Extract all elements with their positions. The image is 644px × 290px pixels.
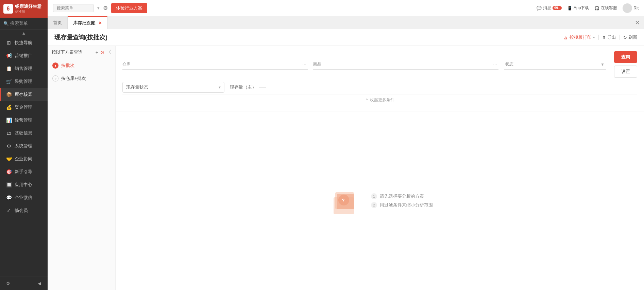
sidebar-item-快捷导航[interactable]: ⊞ 快捷导航: [0, 36, 48, 49]
app-logo: 6: [3, 4, 13, 14]
nav-label-4: 库存核算: [15, 91, 32, 97]
search-dropdown-icon[interactable]: ▾: [97, 5, 100, 11]
topbar-actions: 💬 消息 99+ 📱 App下载 🎧 在线客服 Rit: [537, 3, 639, 13]
nav-label-12: 企业微信: [15, 195, 32, 201]
content-body: 按以下方案查询 + ⊙ 《 ● 按批次 ○ 按仓库+批次: [48, 46, 644, 290]
page-header-actions: 🖨 按模板打印 ▾ ⬆ 导出 ↻ 刷新: [564, 34, 637, 40]
settings-icon[interactable]: ⚙: [5, 280, 12, 287]
topbar: ▾ ⚙ 体验行业方案 💬 消息 99+ 📱 App下载 🎧 在线客服 Rit: [48, 0, 644, 16]
tip-1-num: 1: [371, 193, 377, 199]
empty-illustration: ?: [327, 184, 361, 218]
app-download-icon: 📱: [567, 6, 572, 11]
customer-service-action[interactable]: 🎧 在线客服: [594, 5, 617, 11]
customer-service-label: 在线客服: [601, 5, 617, 11]
tab-close-icon[interactable]: ×: [99, 20, 102, 26]
filter-row-1: 仓库 ··· 商品 ···: [122, 51, 637, 78]
export-icon: ⬆: [602, 35, 606, 40]
collapse-more-button[interactable]: ⌃ 收起更多条件: [122, 94, 637, 106]
empty-tip-1: 1 请先选择要分析的方案: [371, 193, 433, 199]
add-scheme-icon[interactable]: +: [96, 49, 98, 55]
scheme-settings-icon[interactable]: ⊙: [100, 49, 104, 55]
experience-button[interactable]: 体验行业方案: [111, 3, 147, 13]
collapse-left-panel-icon[interactable]: 《: [106, 49, 111, 55]
avatar: [623, 3, 632, 13]
sidebar-search-label: 搜索菜单: [10, 20, 28, 26]
sidebar-item-新手引导[interactable]: 🎯 新手引导: [0, 165, 48, 178]
stock-status-arrow[interactable]: ▾: [219, 85, 221, 90]
column-settings-button[interactable]: 设置: [614, 66, 637, 78]
left-panel: 按以下方案查询 + ⊙ 《 ● 按批次 ○ 按仓库+批次: [48, 46, 116, 290]
tab-home-label: 首页: [53, 20, 62, 26]
sidebar-item-企业协同[interactable]: 🤝 企业协同: [0, 152, 48, 165]
warehouse-dots[interactable]: ···: [301, 62, 308, 67]
nav-label-8: 系统管理: [15, 143, 32, 149]
messages-label: 消息: [543, 5, 551, 11]
sidebar-item-经营管理[interactable]: 📊 经营管理: [0, 114, 48, 127]
sidebar-item-销售管理[interactable]: 📋 销售管理: [0, 62, 48, 75]
refresh-button[interactable]: ↻ 刷新: [623, 34, 637, 40]
nav-label-10: 新手引导: [15, 169, 32, 175]
print-button[interactable]: 🖨 按模板打印 ▾: [564, 34, 595, 40]
right-panel: 仓库 ··· 商品 ···: [116, 46, 644, 290]
nav-label-5: 资金管理: [15, 104, 32, 110]
sidebar-scroll-up[interactable]: ▲: [0, 30, 48, 36]
sidebar-bottom: ⚙ ◀: [0, 276, 48, 290]
stock-qty-filter-field: 现存量（主） —: [230, 84, 637, 91]
sidebar-item-企业微信[interactable]: 💬 企业微信: [0, 191, 48, 204]
nav-icon-5: 💰: [6, 104, 12, 110]
warehouse-input[interactable]: [133, 60, 301, 69]
search-input[interactable]: [53, 4, 94, 12]
inactive-scheme-icon: ○: [52, 75, 58, 81]
active-scheme-icon: ●: [52, 62, 58, 69]
scheme-warehouse-batch-label: 按仓库+批次: [61, 75, 86, 81]
nav-icon-6: 📊: [6, 117, 12, 123]
user-action[interactable]: Rit: [623, 3, 639, 13]
tab-panel-close[interactable]: ✕: [631, 19, 644, 26]
sidebar-item-系统管理[interactable]: ⚙ 系统管理: [0, 140, 48, 152]
topbar-settings-icon[interactable]: ⚙: [103, 5, 108, 11]
content-area: 现存量查询(按批次) 🖨 按模板打印 ▾ ⬆ 导出 ↻ 刷新: [48, 29, 644, 290]
collapse-sidebar-icon[interactable]: ◀: [36, 280, 43, 287]
app-download-action[interactable]: 📱 App下载: [567, 5, 589, 11]
sidebar-item-应用中心[interactable]: 🔲 应用中心: [0, 178, 48, 191]
page-header: 现存量查询(按批次) 🖨 按模板打印 ▾ ⬆ 导出 ↻ 刷新: [48, 29, 644, 46]
print-dropdown-icon[interactable]: ▾: [593, 35, 595, 40]
messages-action[interactable]: 💬 消息 99+: [537, 5, 562, 11]
nav-icon-3: 🛒: [6, 78, 12, 85]
scheme-batch-label: 按批次: [61, 62, 74, 69]
scheme-item-warehouse-batch[interactable]: ○ 按仓库+批次: [48, 72, 115, 85]
app-edition: 标准版: [15, 10, 41, 14]
username-label: Rit: [633, 6, 639, 11]
tab-inventory-batch[interactable]: 库存批次账 ×: [68, 16, 107, 29]
product-label: 商品: [313, 61, 321, 67]
sidebar-item-库存核算[interactable]: 📦 库存核算: [0, 88, 48, 101]
product-dots[interactable]: ···: [492, 62, 498, 67]
sidebar-item-基础信息[interactable]: 🗂 基础信息: [0, 127, 48, 140]
sidebar-item-营销推广[interactable]: 📢 营销推广: [0, 49, 48, 62]
left-panel-title: 按以下方案查询: [52, 49, 83, 55]
nav-icon-8: ⚙: [6, 143, 12, 149]
empty-state: ? 1 请先选择要分析的方案 2 用过滤条件来缩小分析范围: [116, 111, 644, 290]
tab-home[interactable]: 首页: [48, 16, 68, 29]
divider-1: [598, 35, 599, 40]
nav-icon-13: ✓: [6, 207, 12, 214]
export-button[interactable]: ⬆ 导出: [602, 34, 616, 40]
status-dropdown-arrow[interactable]: ▼: [600, 62, 605, 67]
sidebar-search[interactable]: 🔍 搜索菜单: [0, 18, 48, 30]
left-panel-header-actions: + ⊙ 《: [96, 49, 111, 55]
warehouse-label: 仓库: [122, 61, 131, 67]
action-buttons: 查询 设置: [614, 51, 637, 78]
empty-tip-2: 2 用过滤条件来缩小分析范围: [371, 202, 433, 208]
sidebar-item-畅会员[interactable]: ✓ 畅会员: [0, 204, 48, 217]
product-input[interactable]: [323, 60, 492, 69]
stock-status-filter-field: 现存量状态 ▾: [122, 82, 224, 93]
messages-badge: 99+: [553, 6, 562, 10]
sidebar-item-资金管理[interactable]: 💰 资金管理: [0, 101, 48, 114]
sidebar-item-采购管理[interactable]: 🛒 采购管理: [0, 75, 48, 88]
warehouse-filter-field: 仓库 ···: [122, 60, 308, 70]
filter-row-2: 现存量状态 ▾ 现存量（主） —: [122, 82, 637, 93]
divider-2: [620, 35, 620, 40]
scheme-item-batch[interactable]: ● 按批次: [48, 59, 115, 72]
tip-2-text: 用过滤条件来缩小分析范围: [380, 202, 433, 208]
query-button[interactable]: 查询: [614, 51, 637, 63]
